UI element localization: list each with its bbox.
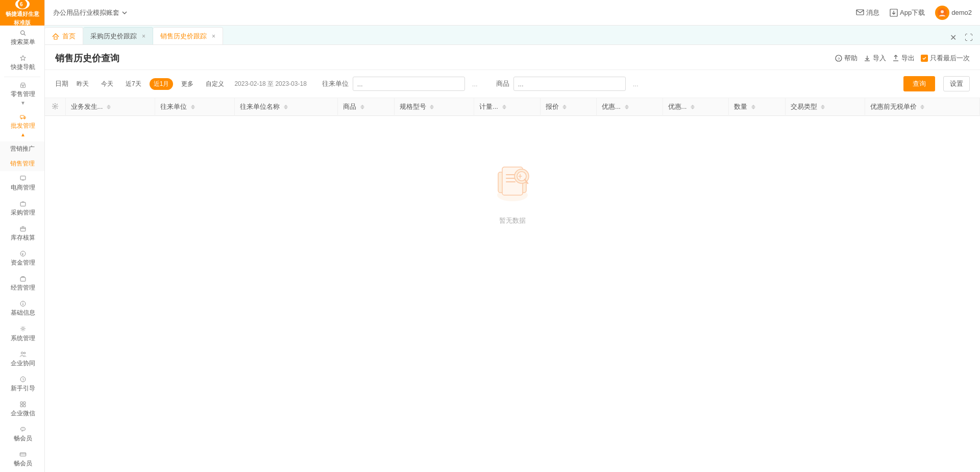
party-input[interactable]	[353, 77, 465, 91]
th-price[interactable]: 报价	[540, 98, 596, 116]
content-area: 销售历史价查询 ? 帮助 导入	[45, 45, 980, 472]
import-btn[interactable]: 导入	[864, 54, 886, 63]
settings-button[interactable]: 设置	[943, 76, 970, 91]
sidebar-item-enterprise[interactable]: 企业协同	[0, 347, 44, 372]
close-tab-purchase-history[interactable]: ×	[142, 33, 145, 40]
close-tab-sales-history[interactable]: ×	[212, 33, 215, 40]
coin-icon: ¥	[19, 250, 27, 257]
sidebar-item-app-center[interactable]: 企业微信	[0, 397, 44, 422]
th-business-date[interactable]: 业务发生...	[65, 98, 155, 116]
tab-purchase-history-label: 采购历史价跟踪	[90, 32, 137, 41]
only-last-label: 只看最后一次	[930, 54, 970, 63]
svg-text:?: ?	[838, 57, 840, 61]
th-discount-price[interactable]: 优惠...	[597, 98, 663, 116]
people-icon	[19, 351, 27, 358]
tab-purchase-history[interactable]: 采购历史价跟踪 ×	[83, 27, 153, 44]
message-icon	[856, 9, 864, 17]
svg-text:?: ?	[22, 377, 24, 382]
sidebar-item-business-mgmt[interactable]: 经营管理	[0, 271, 44, 296]
product-input[interactable]	[513, 77, 626, 91]
th-party-name[interactable]: 往来单位名称	[235, 98, 338, 116]
guide-icon: ?	[19, 376, 27, 383]
help-btn[interactable]: ? 帮助	[835, 54, 857, 63]
sort-icons-10	[751, 105, 755, 109]
sort-icons-7	[562, 105, 567, 109]
th-product[interactable]: 商品	[338, 98, 394, 116]
sidebar-item-retail-mgmt[interactable]: 零售管理 ▼	[0, 78, 44, 110]
svg-text:6: 6	[20, 2, 23, 7]
page-actions: ? 帮助 导入	[835, 54, 970, 63]
sidebar-sub-item-marketing[interactable]: 营销推广	[0, 141, 44, 156]
date-btn-yesterday[interactable]: 昨天	[72, 78, 93, 90]
sidebar-item-inventory[interactable]: 库存核算	[0, 221, 44, 246]
message-btn[interactable]: 消息	[856, 8, 879, 17]
date-btn-more[interactable]: 更多	[177, 78, 198, 90]
page-title: 销售历史价查询	[55, 52, 119, 64]
tab-sales-history[interactable]: 销售历史价跟踪 ×	[153, 27, 223, 44]
th-party-code[interactable]: 往来单位	[155, 98, 234, 116]
date-btn-7days[interactable]: 近7天	[121, 78, 145, 90]
th-unit[interactable]: 计量...	[474, 98, 541, 116]
tab-sales-history-label: 销售历史价跟踪	[160, 32, 207, 41]
app-download-btn[interactable]: App下载	[890, 8, 925, 17]
table-wrapper: 业务发生... 往来单位	[45, 98, 980, 116]
wechat-icon	[19, 426, 27, 433]
export-label: 导出	[901, 54, 915, 63]
close-tab-btn[interactable]: ✕	[948, 31, 959, 44]
th-spec[interactable]: 规格型号	[394, 98, 474, 116]
sort-icons	[107, 105, 111, 109]
svg-rect-13	[20, 202, 26, 206]
sidebar-item-wholesale-mgmt[interactable]: 批发管理 ▲	[0, 110, 44, 141]
computer-icon	[19, 175, 27, 182]
tabs-actions: ✕ ⛶	[948, 31, 980, 44]
sidebar-item-system-mgmt[interactable]: 系统管理	[0, 321, 44, 346]
date-filter-group: 日期 昨天 今天 近7天 近1月 更多 自定义 2023-02-18 至 202…	[55, 78, 307, 90]
date-btn-today[interactable]: 今天	[97, 78, 117, 90]
sidebar-item-basic-info[interactable]: 基础信息	[0, 296, 44, 321]
export-btn[interactable]: 导出	[892, 54, 915, 63]
sort-icons-12	[920, 105, 924, 109]
sidebar-item-guide[interactable]: ? 新手引导	[0, 372, 44, 397]
svg-point-48	[54, 105, 56, 107]
svg-point-22	[22, 328, 24, 330]
tab-home[interactable]: 首页	[45, 27, 83, 44]
sort-icons-3	[284, 105, 288, 109]
user-profile-btn[interactable]: demo2	[935, 6, 972, 20]
sidebar-divider	[4, 77, 40, 77]
svg-point-6	[22, 85, 23, 86]
svg-line-3	[24, 34, 25, 35]
sidebar-item-ecom-mgmt[interactable]: 电商管理	[0, 171, 44, 196]
svg-point-33	[23, 429, 24, 429]
avatar	[935, 6, 949, 20]
th-trade-type[interactable]: 交易类型	[785, 98, 865, 116]
logo-icon: 6	[15, 0, 30, 9]
th-settings[interactable]	[45, 98, 65, 116]
sidebar-item-quick-nav[interactable]: 快捷导航	[0, 51, 44, 76]
svg-rect-28	[23, 402, 26, 404]
sidebar-sub-item-sales-mgmt[interactable]: 销售管理	[0, 156, 44, 171]
svg-rect-10	[20, 176, 26, 180]
party-dots-btn[interactable]: ...	[469, 79, 481, 89]
sort-icons-9	[691, 105, 695, 109]
svg-point-8	[21, 118, 22, 119]
product-dots-btn[interactable]: ...	[630, 79, 642, 89]
only-last-toggle[interactable]: 只看最后一次	[921, 54, 970, 63]
sidebar-item-search-menu[interactable]: 搜索菜单	[0, 26, 44, 51]
maximize-btn[interactable]: ⛶	[963, 31, 975, 44]
import-label: 导入	[873, 54, 886, 63]
svg-rect-18	[20, 277, 26, 281]
date-btn-custom[interactable]: 自定义	[202, 78, 228, 90]
svg-rect-29	[20, 405, 22, 407]
sidebar-item-member[interactable]: 畅会员	[0, 447, 44, 472]
th-discount-amount[interactable]: 优惠...	[663, 98, 729, 116]
sidebar-item-finance[interactable]: ¥ 资金管理	[0, 246, 44, 271]
date-btn-1month[interactable]: 近1月	[150, 78, 174, 90]
top-header: 办公用品行业模拟账套 消息 App下载	[45, 0, 980, 26]
bag-icon	[19, 200, 27, 207]
th-pretax-price[interactable]: 优惠前无税单价	[865, 98, 979, 116]
account-dropdown[interactable]: 办公用品行业模拟账套	[53, 8, 128, 17]
sidebar-item-wechat[interactable]: 畅会员	[0, 422, 44, 447]
query-button[interactable]: 查询	[903, 76, 935, 91]
sidebar-item-purchase-mgmt[interactable]: 采购管理	[0, 196, 44, 221]
th-quantity[interactable]: 数量	[729, 98, 785, 116]
